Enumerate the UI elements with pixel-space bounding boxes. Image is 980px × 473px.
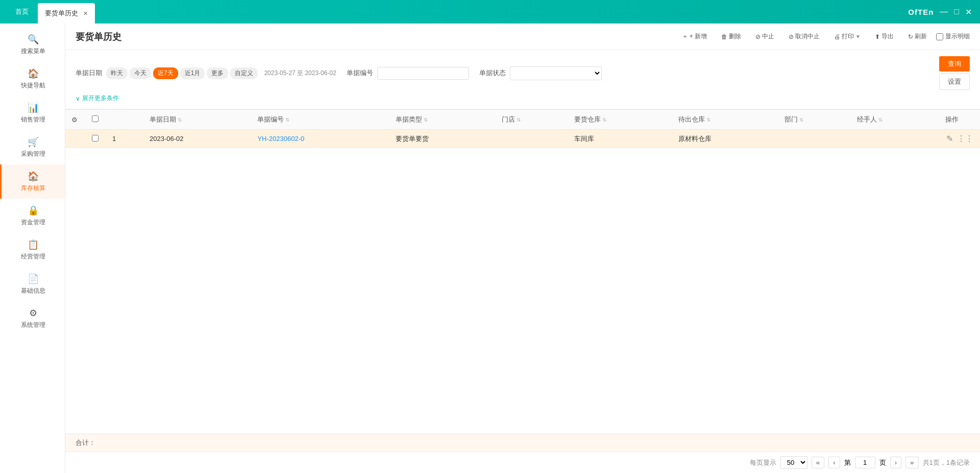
settings-button[interactable]: 设置 — [939, 74, 970, 90]
sidebar-item-system[interactable]: ⚙ 系统管理 — [0, 301, 65, 336]
th-store[interactable]: 门店 ⇅ — [496, 110, 569, 130]
sidebar-item-inventory-label: 库存核算 — [21, 184, 45, 193]
date-btn-last7days[interactable]: 近7天 — [153, 67, 178, 79]
top-bar-right: OfTEn — □ ✕ — [908, 7, 972, 17]
th-type[interactable]: 单据类型 ⇅ — [389, 110, 496, 130]
td-type: 要货单要货 — [389, 130, 496, 148]
export-button[interactable]: ⬆ 导出 — [870, 30, 899, 43]
tab-history[interactable]: 要货单历史 ✕ — [38, 3, 95, 23]
brand-logo: OfTEn — [908, 8, 934, 16]
td-order-no[interactable]: YH-20230602-0 — [251, 130, 389, 148]
order-no-label: 单据编号 — [347, 68, 373, 78]
sidebar-item-sales[interactable]: 📊 销售管理 — [0, 96, 65, 130]
tab-home[interactable]: 首页 — [8, 3, 36, 20]
date-btn-yesterday[interactable]: 昨天 — [106, 67, 128, 79]
sidebar-item-finance-label: 资金管理 — [21, 218, 45, 227]
sort-orderno-icon: ⇅ — [285, 117, 289, 123]
th-pending-warehouse[interactable]: 待出仓库 ⇅ — [672, 110, 778, 130]
stop-icon: ⊘ — [755, 33, 761, 40]
sidebar-item-purchase[interactable]: 🛒 采购管理 — [0, 130, 65, 164]
home-tab-label: 首页 — [15, 7, 29, 16]
date-btn-last1month[interactable]: 近1月 — [180, 67, 205, 79]
data-table: ⚙ 单据日期 ⇅ — [65, 109, 980, 148]
lock-icon: 🔒 — [28, 205, 39, 216]
th-handler[interactable]: 经手人 ⇅ — [851, 110, 939, 130]
prev-page-button[interactable]: ‹ — [828, 457, 840, 468]
td-checkbox — [86, 130, 106, 148]
last-page-button[interactable]: » — [905, 457, 918, 468]
row-checkbox[interactable] — [92, 135, 99, 141]
order-no-link[interactable]: YH-20230602-0 — [257, 135, 304, 143]
th-department[interactable]: 部门 ⇅ — [778, 110, 851, 130]
page-number-input[interactable] — [855, 457, 875, 468]
filter-row: 单据日期 昨天 今天 近7天 近1月 更多 自定义 2023-05-27 至 2… — [76, 56, 970, 90]
sort-handler-icon: ⇅ — [878, 117, 883, 123]
cancel-stop-button[interactable]: ⊘ 取消中止 — [783, 30, 825, 43]
query-button[interactable]: 查询 — [939, 56, 970, 72]
date-range-display: 2023-05-27 至 2023-06-02 — [264, 69, 336, 78]
delete-button[interactable]: 🗑 删除 — [716, 30, 746, 43]
sidebar-item-finance[interactable]: 🔒 资金管理 — [0, 199, 65, 233]
sort-date-icon: ⇅ — [178, 117, 182, 123]
clipboard-icon: 📋 — [28, 239, 39, 250]
new-icon: ＋ — [682, 32, 688, 41]
date-filter-label: 单据日期 — [76, 68, 102, 78]
edit-action-icon[interactable]: ✎ — [946, 134, 953, 144]
td-handler — [851, 130, 939, 148]
first-page-button[interactable]: « — [812, 457, 824, 468]
sidebar-item-operation[interactable]: 📋 经营管理 — [0, 233, 65, 267]
date-btn-today[interactable]: 今天 — [130, 67, 151, 79]
cancel-stop-icon: ⊘ — [789, 33, 794, 40]
sidebar-item-system-label: 系统管理 — [21, 321, 45, 329]
sidebar-item-search[interactable]: 🔍 搜索菜单 — [0, 28, 65, 62]
delete-icon: 🗑 — [721, 33, 727, 40]
td-settings — [65, 130, 86, 148]
table-header: ⚙ 单据日期 ⇅ — [65, 110, 980, 130]
export-icon: ⬆ — [875, 33, 880, 40]
order-no-input[interactable] — [377, 67, 469, 80]
select-all-checkbox[interactable] — [92, 115, 99, 122]
summary-label: 合计： — [76, 439, 95, 446]
new-button[interactable]: ＋ + 新增 — [677, 30, 712, 43]
td-store — [496, 130, 569, 148]
page-title: 要货单历史 — [76, 31, 121, 43]
page-header: 要货单历史 ＋ + 新增 🗑 删除 ⊘ 中止 ⊘ — [65, 23, 980, 50]
more-action-icon[interactable]: ⋮⋮ — [957, 134, 973, 144]
sidebar-item-nav[interactable]: 🏠 快捷导航 — [0, 62, 65, 96]
order-no-filter-group: 单据编号 — [347, 67, 469, 80]
th-req-warehouse[interactable]: 要货仓库 ⇅ — [568, 110, 672, 130]
sort-pendingwh-icon: ⇅ — [706, 117, 710, 123]
sidebar-item-basic[interactable]: 📄 基础信息 — [0, 267, 65, 301]
status-select[interactable] — [510, 66, 602, 80]
page-suffix-label: 页 — [879, 458, 886, 467]
td-req-warehouse: 车间库 — [568, 130, 672, 148]
per-page-label: 每页显示 — [750, 458, 776, 467]
next-page-button[interactable]: › — [890, 457, 901, 468]
refresh-button[interactable]: ↻ 刷新 — [903, 30, 932, 43]
td-date: 2023-06-02 — [143, 130, 251, 148]
maximize-button[interactable]: □ — [954, 7, 959, 16]
print-icon: 🖨 — [834, 33, 840, 40]
sidebar-item-inventory[interactable]: 🏠 库存核算 — [0, 164, 65, 199]
table-footer: 合计： — [65, 434, 980, 452]
gear-icon: ⚙ — [29, 308, 37, 319]
stop-button[interactable]: ⊘ 中止 — [750, 30, 779, 43]
date-btn-custom[interactable]: 自定义 — [230, 67, 258, 79]
per-page-select[interactable]: 50 — [780, 456, 807, 469]
print-button[interactable]: 🖨 打印 ▼ — [829, 30, 866, 43]
sidebar-item-operation-label: 经营管理 — [21, 252, 45, 261]
th-order-no[interactable]: 单据编号 ⇅ — [251, 110, 389, 130]
cart-icon: 🛒 — [28, 136, 39, 148]
display-detail-toggle[interactable]: 显示明细 — [936, 32, 970, 41]
date-btn-more[interactable]: 更多 — [207, 67, 228, 79]
refresh-icon: ↻ — [908, 33, 913, 40]
expand-more-btn[interactable]: ∨ 展开更多条件 — [76, 94, 970, 103]
th-date[interactable]: 单据日期 ⇅ — [143, 110, 251, 130]
minimize-button[interactable]: — — [940, 7, 948, 16]
display-detail-checkbox[interactable] — [936, 33, 943, 40]
filter-actions: 查询 设置 — [939, 56, 970, 90]
tab-close-icon[interactable]: ✕ — [83, 10, 88, 17]
main-area: 🔍 搜索菜单 🏠 快捷导航 📊 销售管理 🛒 采购管理 🏠 库存核算 🔒 — [0, 23, 980, 473]
th-settings[interactable]: ⚙ — [65, 110, 86, 130]
close-button[interactable]: ✕ — [965, 7, 972, 17]
